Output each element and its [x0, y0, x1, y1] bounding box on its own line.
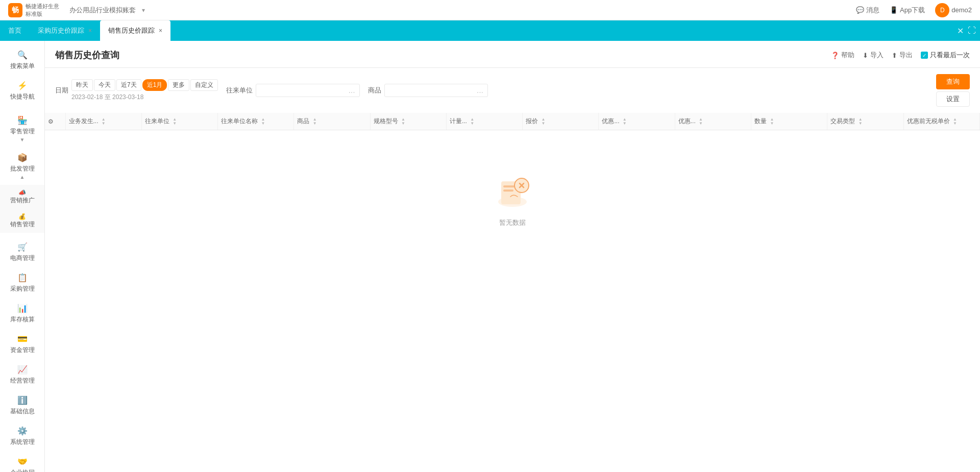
product-input[interactable] — [389, 87, 475, 95]
date-btn-7days[interactable]: 近7天 — [116, 79, 141, 91]
th-product[interactable]: 商品 ▲▼ — [294, 113, 370, 130]
product-label: 商品 — [368, 86, 381, 95]
th-counterparty-code[interactable]: 往来单位 ▲▼ — [141, 113, 217, 130]
sidebar-item-retail-mgmt[interactable]: 🏪 零售管理 ▼ — [0, 110, 44, 148]
column-settings-icon[interactable]: ⚙ — [48, 118, 54, 125]
th-discount1[interactable]: 优惠... ▲▼ — [599, 113, 675, 130]
app-title-dropdown[interactable]: ▾ — [142, 7, 145, 14]
date-btn-1month[interactable]: 近1月 — [142, 79, 167, 91]
query-btn[interactable]: 查询 — [936, 74, 970, 89]
close-all-tabs-btn[interactable]: ✕ — [957, 26, 964, 36]
product-input-wrap: ... — [384, 84, 488, 97]
page-header-top: 销售历史价查询 ❓ 帮助 ⬇ 导入 ⬆ 导出 ✓ — [55, 49, 970, 61]
sidebar-item-search-menu[interactable]: 🔍 搜索菜单 — [0, 45, 44, 76]
sidebar-item-system-mgmt[interactable]: ⚙️ 系统管理 — [0, 421, 44, 452]
sort-counterparty-code[interactable]: ▲▼ — [173, 117, 177, 126]
th-settings: ⚙ — [45, 113, 65, 130]
date-btn-yesterday[interactable]: 昨天 — [71, 79, 93, 91]
message-btn[interactable]: 💬 消息 — [856, 6, 879, 15]
top-bar-right: 💬 消息 📱 App下载 D demo2 — [856, 3, 972, 17]
user-menu[interactable]: D demo2 — [935, 3, 972, 17]
tab-bar: 首页 采购历史价跟踪 × 销售历史价跟踪 × ✕ ⛶ — [0, 20, 980, 41]
sidebar-item-enterprise[interactable]: 🤝 企业协同 — [0, 452, 44, 472]
wholesale-arrow-icon: ▲ — [20, 174, 25, 180]
sort-quote[interactable]: ▲▼ — [542, 117, 546, 126]
date-btn-custom[interactable]: 自定义 — [190, 79, 218, 91]
sort-business-date[interactable]: ▲▼ — [102, 117, 106, 126]
th-business-date[interactable]: 业务发生... ▲▼ — [65, 113, 141, 130]
table-container: ⚙ 业务发生... ▲▼ 往来单位 ▲▼ 往来单位名称 ▲▼ — [45, 113, 980, 472]
counterparty-label: 往来单位 — [226, 86, 253, 95]
main-layout: 🔍 搜索菜单 ⚡ 快捷导航 🏪 零售管理 ▼ 📦 批发管理 ▲ 📣 营销推广 💰… — [0, 41, 980, 472]
counterparty-dots-btn[interactable]: ... — [348, 86, 355, 95]
tab-bar-actions: ✕ ⛶ — [957, 26, 980, 36]
sort-unit[interactable]: ▲▼ — [470, 117, 474, 126]
content-area: 销售历史价查询 ❓ 帮助 ⬇ 导入 ⬆ 导出 ✓ — [45, 41, 980, 472]
export-btn[interactable]: ⬆ 导出 — [892, 51, 913, 60]
sort-product[interactable]: ▲▼ — [313, 117, 317, 126]
action-btns: 查询 设置 — [936, 74, 970, 107]
sidebar-item-inventory[interactable]: 📊 库存核算 — [0, 298, 44, 329]
help-btn[interactable]: ❓ 帮助 — [831, 51, 854, 60]
retail-mgmt-icon: 🏪 — [17, 115, 28, 125]
th-quantity[interactable]: 数量 ▲▼ — [751, 113, 827, 130]
import-btn[interactable]: ⬇ 导入 — [863, 51, 884, 60]
sort-spec[interactable]: ▲▼ — [401, 117, 405, 126]
page-title: 销售历史价查询 — [55, 49, 119, 61]
date-btn-today[interactable]: 今天 — [94, 79, 115, 91]
sidebar-item-quick-nav[interactable]: ⚡ 快捷导航 — [0, 76, 44, 106]
tab-sales-history[interactable]: 销售历史价跟踪 × — [100, 20, 170, 41]
sidebar-item-basic-info[interactable]: ℹ️ 基础信息 — [0, 390, 44, 421]
logo-text: 畅捷通好生意 标准版 — [26, 3, 59, 17]
th-quote[interactable]: 报价 ▲▼ — [523, 113, 599, 130]
sidebar-item-marketing[interactable]: 📣 营销推广 — [0, 185, 44, 209]
sort-quantity[interactable]: ▲▼ — [770, 117, 774, 126]
sidebar-item-ecommerce[interactable]: 🛒 电商管理 — [0, 237, 44, 268]
product-dots-btn[interactable]: ... — [477, 86, 483, 95]
tab-purchase-history[interactable]: 采购历史价跟踪 × — [30, 20, 100, 41]
message-icon: 💬 — [856, 6, 864, 14]
filter-bar: 日期 昨天 今天 近7天 近1月 更多 自定义 2023-02-18 至 202… — [45, 68, 980, 113]
date-btn-more[interactable]: 更多 — [168, 79, 189, 91]
tab-sales-history-close[interactable]: × — [159, 27, 162, 34]
th-unit[interactable]: 计量... ▲▼ — [446, 113, 522, 130]
settings-btn[interactable]: 设置 — [936, 91, 970, 107]
th-discount2[interactable]: 优惠... ▲▼ — [675, 113, 751, 130]
app-download-btn[interactable]: 📱 App下载 — [890, 6, 925, 15]
sort-discount1[interactable]: ▲▼ — [623, 117, 627, 126]
sidebar-item-finance-mgmt[interactable]: 💳 资金管理 — [0, 329, 44, 360]
tab-purchase-history-close[interactable]: × — [88, 27, 92, 34]
tab-home[interactable]: 首页 — [0, 20, 30, 41]
sidebar-item-sales-mgmt[interactable]: 💰 销售管理 — [0, 209, 44, 233]
download-icon: 📱 — [890, 6, 898, 14]
maximize-btn[interactable]: ⛶ — [968, 26, 976, 35]
avatar: D — [935, 3, 949, 17]
marketing-icon: 📣 — [18, 189, 26, 196]
logo-area: 畅 畅捷通好生意 标准版 — [8, 3, 59, 17]
sort-pretax-price[interactable]: ▲▼ — [953, 117, 957, 126]
sidebar: 🔍 搜索菜单 ⚡ 快捷导航 🏪 零售管理 ▼ 📦 批发管理 ▲ 📣 营销推广 💰… — [0, 41, 45, 472]
svg-rect-3 — [503, 190, 513, 192]
finance-mgmt-icon: 💳 — [17, 334, 28, 344]
retail-arrow-icon: ▼ — [20, 137, 25, 143]
th-counterparty-name[interactable]: 往来单位名称 ▲▼ — [218, 113, 294, 130]
th-spec[interactable]: 规格型号 ▲▼ — [370, 113, 446, 130]
date-label: 日期 — [55, 86, 68, 95]
counterparty-input[interactable] — [260, 87, 346, 95]
sidebar-item-wholesale-mgmt[interactable]: 📦 批发管理 ▲ — [0, 148, 44, 185]
last-record-checkbox[interactable]: ✓ — [921, 52, 928, 59]
page-header: 销售历史价查询 ❓ 帮助 ⬇ 导入 ⬆ 导出 ✓ — [45, 41, 980, 68]
last-record-checkbox-label[interactable]: ✓ 只看最后一次 — [921, 51, 970, 60]
sort-trade-type[interactable]: ▲▼ — [859, 117, 863, 126]
sort-discount2[interactable]: ▲▼ — [699, 117, 703, 126]
th-trade-type[interactable]: 交易类型 ▲▼ — [827, 113, 903, 130]
product-filter: 商品 ... — [368, 84, 488, 97]
sort-counterparty-name[interactable]: ▲▼ — [261, 117, 265, 126]
counterparty-filter: 往来单位 ... — [226, 84, 359, 97]
th-pretax-price[interactable]: 优惠前无税单价 ▲▼ — [903, 113, 979, 130]
help-icon: ❓ — [831, 52, 839, 59]
export-icon: ⬆ — [892, 52, 897, 59]
data-table: ⚙ 业务发生... ▲▼ 往来单位 ▲▼ 往来单位名称 ▲▼ — [45, 113, 980, 130]
sidebar-item-operations-mgmt[interactable]: 📈 经营管理 — [0, 360, 44, 390]
sidebar-item-purchase-mgmt[interactable]: 📋 采购管理 — [0, 268, 44, 298]
